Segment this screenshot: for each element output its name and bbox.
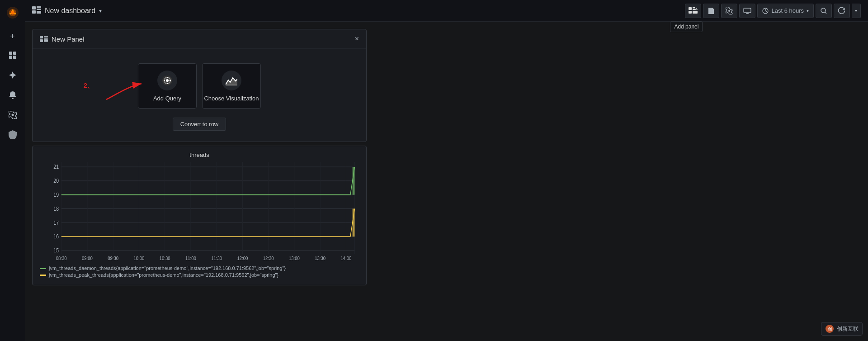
chart-legend: jvm_threads_daemon_threads{application="… (40, 265, 359, 278)
svg-text:20: 20 (53, 178, 59, 184)
legend-label-peak: jvm_threads_peak_threads{application="pr… (49, 272, 278, 278)
svg-point-5 (9, 13, 11, 14)
watermark-text: 创新互联 (837, 325, 859, 333)
svg-rect-9 (13, 56, 16, 59)
svg-text:21: 21 (53, 164, 59, 170)
svg-text:09:30: 09:30 (108, 256, 118, 261)
svg-rect-21 (693, 11, 698, 14)
choose-viz-option[interactable]: Choose Visualization (202, 63, 261, 109)
step2-annotation: 2、 (84, 82, 94, 89)
add-panel-button[interactable]: + Add panel (685, 4, 701, 18)
add-query-icon (157, 71, 177, 90)
svg-rect-15 (37, 9, 41, 10)
svg-text:18: 18 (53, 206, 59, 212)
search-button[interactable] (816, 4, 832, 18)
legend-label-daemon: jvm_threads_daemon_threads{application="… (49, 265, 286, 271)
sidebar-item-alerting[interactable] (4, 87, 22, 105)
svg-text:09:00: 09:00 (82, 256, 93, 261)
chart-panel: threads (32, 146, 367, 285)
tv-mode-button[interactable] (739, 4, 755, 18)
svg-point-39 (166, 79, 169, 82)
watermark: 创 创新互联 (821, 322, 863, 336)
sidebar: + (0, 0, 25, 341)
svg-point-29 (821, 8, 826, 13)
chart-title: threads (40, 152, 359, 158)
time-range-picker[interactable]: Last 6 hours ▾ (757, 4, 814, 18)
svg-point-11 (11, 114, 14, 116)
panel-header-icon (40, 36, 48, 42)
add-query-option[interactable]: Add Query (138, 63, 197, 109)
shield-icon (9, 130, 17, 142)
refresh-button[interactable] (834, 4, 850, 18)
time-range-label: Last 6 hours (771, 7, 804, 14)
svg-text:创: 创 (827, 327, 832, 332)
svg-text:14:00: 14:00 (340, 256, 351, 261)
svg-rect-31 (40, 36, 43, 38)
sidebar-item-create[interactable]: + (4, 27, 22, 45)
svg-rect-34 (44, 38, 48, 39)
sidebar-item-shield[interactable] (4, 127, 22, 145)
dashboards-icon (8, 51, 17, 62)
svg-text:12:30: 12:30 (263, 256, 274, 261)
dropdown-icon[interactable]: ▾ (99, 8, 102, 14)
time-range-chevron: ▾ (807, 8, 809, 13)
legend-color-peak (40, 275, 46, 276)
chart-area: 21 20 19 18 17 16 15 08:30 09:00 09:30 1… (40, 162, 359, 279)
svg-text:17: 17 (53, 220, 59, 226)
svg-rect-32 (44, 36, 48, 37)
choose-viz-icon (222, 71, 241, 90)
svg-point-2 (11, 11, 14, 14)
svg-rect-16 (37, 11, 41, 14)
legend-color-daemon (40, 268, 46, 269)
convert-to-row-button[interactable]: Convert to row (173, 118, 226, 131)
svg-rect-40 (167, 77, 168, 78)
svg-rect-35 (44, 39, 48, 42)
svg-text:10:30: 10:30 (160, 256, 170, 261)
svg-rect-43 (170, 80, 171, 81)
svg-rect-42 (164, 80, 165, 81)
svg-rect-17 (689, 7, 692, 10)
topbar-actions: + Add panel (685, 4, 861, 18)
svg-point-10 (12, 98, 14, 99)
add-panel-tooltip: Add panel (670, 21, 703, 32)
svg-text:15: 15 (53, 248, 59, 254)
svg-text:13:30: 13:30 (315, 256, 326, 261)
svg-text:11:30: 11:30 (211, 256, 222, 261)
dashboard-grid-icon (32, 6, 41, 15)
sidebar-item-config[interactable] (4, 107, 22, 125)
svg-point-3 (12, 9, 14, 11)
svg-text:10:00: 10:00 (134, 256, 145, 261)
panel-modal-close-button[interactable]: × (355, 35, 359, 43)
legend-item-peak: jvm_threads_peak_threads{application="pr… (40, 272, 359, 278)
svg-rect-41 (167, 83, 168, 84)
svg-rect-33 (40, 39, 43, 42)
panel-options-row: 2、 (138, 63, 261, 109)
new-panel-modal: New Panel × 2、 (32, 29, 367, 142)
dashboard-settings-button[interactable] (721, 4, 737, 18)
svg-rect-85 (353, 167, 355, 195)
explore-icon (8, 71, 17, 82)
panel-modal-title: New Panel (52, 35, 85, 43)
svg-point-4 (14, 13, 16, 14)
panel-modal-body: 2、 (33, 49, 366, 142)
legend-item-daemon: jvm_threads_daemon_threads{application="… (40, 265, 359, 271)
sidebar-item-explore[interactable] (4, 67, 22, 85)
watermark-icon: 创 (825, 324, 834, 333)
dashboard-title: New dashboard (45, 7, 95, 15)
chart-svg: 21 20 19 18 17 16 15 08:30 09:00 09:30 1… (40, 162, 359, 261)
panel-modal-header: New Panel × (33, 29, 366, 49)
svg-rect-6 (9, 52, 12, 55)
grafana-logo[interactable] (4, 4, 22, 22)
save-dashboard-button[interactable] (703, 4, 719, 18)
svg-text:16: 16 (53, 234, 59, 240)
svg-text:11:00: 11:00 (185, 256, 196, 261)
refresh-dropdown[interactable]: ▾ (852, 4, 861, 18)
sidebar-item-dashboards[interactable] (4, 47, 22, 65)
svg-rect-27 (744, 8, 751, 13)
svg-text:12:00: 12:00 (237, 256, 248, 261)
topbar: New dashboard ▾ + Add panel (25, 0, 868, 22)
choose-viz-label: Choose Visualization (204, 95, 259, 102)
svg-rect-24 (709, 8, 712, 9)
svg-text:13:00: 13:00 (289, 256, 300, 261)
dashboard-title-group: New dashboard ▾ (32, 6, 102, 15)
